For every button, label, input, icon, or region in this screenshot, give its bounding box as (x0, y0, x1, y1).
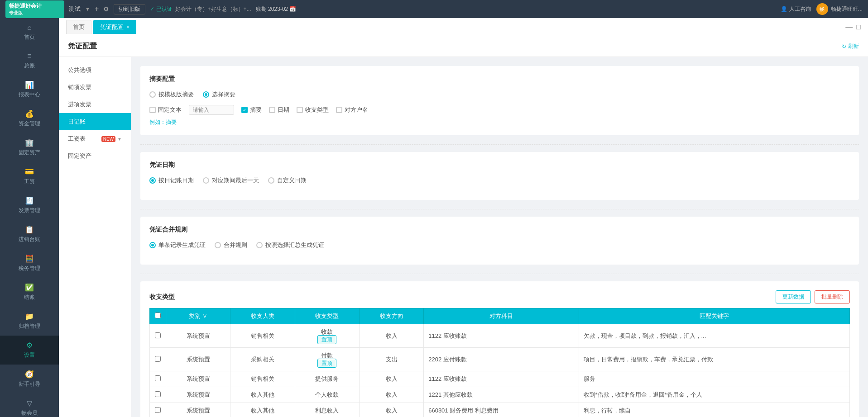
radio-circle-select (203, 91, 209, 98)
sidebar-item-label: 新手引导 (19, 380, 40, 388)
radio-journal-date[interactable]: 按日记账日期 (149, 176, 194, 185)
sidebar-item-tax[interactable]: 🧮 税务管理 (0, 249, 59, 278)
checkbox-box-date (269, 107, 275, 113)
sidebar-item-ledger[interactable]: ≡ 总账 (0, 47, 59, 75)
table-action-row: 更新数据 批量删除 (776, 290, 850, 303)
type-tag-btn[interactable]: 置顶 (317, 335, 336, 344)
row-checkbox-cell[interactable] (150, 371, 166, 387)
row-major-type: 收入其他 (230, 403, 295, 417)
checkbox-date[interactable]: 日期 (269, 106, 289, 114)
left-menu-item-payroll[interactable]: 工资表 NEW ▼ (59, 130, 131, 147)
sidebar-item-purchase[interactable]: 📋 进销台账 (0, 220, 59, 249)
radio-period-last[interactable]: 对应期间最后一天 (203, 176, 259, 185)
radio-select-total[interactable]: 按照选择汇总生成凭证 (256, 241, 324, 249)
radio-template[interactable]: 按模板版摘要 (149, 90, 194, 99)
row-checkbox[interactable] (155, 375, 161, 381)
dropdown-arrow-icon[interactable]: ▼ (85, 6, 90, 12)
row-category: 系统预置 (166, 387, 230, 403)
sidebar-item-label: 报表中心 (19, 91, 40, 99)
add-icon[interactable]: + (95, 5, 99, 13)
row-major-type: 销售相关 (230, 324, 295, 348)
sidebar-item-label: 畅会员 (21, 409, 38, 417)
new-badge: NEW (101, 136, 115, 142)
switch-version-button[interactable]: 切到旧版 (114, 4, 145, 14)
row-checkbox-cell[interactable] (150, 348, 166, 371)
row-keywords: 服务 (579, 371, 850, 387)
page-title: 凭证配置 (68, 42, 97, 51)
sidebar-item-checkout[interactable]: ✅ 结账 (0, 278, 59, 307)
income-section-title: 收支类型 (149, 293, 175, 301)
row-keywords: 项目，日常费用，报销款，车费，承兑汇票，付款 (579, 348, 850, 371)
row-direction: 收入 (359, 324, 423, 348)
row-checkbox-cell[interactable] (150, 324, 166, 348)
left-menu-item-public[interactable]: 公共选项 (59, 62, 131, 79)
maximize-button[interactable]: □ (856, 23, 861, 31)
row-income-type: 收款 置顶 (295, 324, 359, 348)
sidebar-item-fund[interactable]: 💰 资金管理 (0, 104, 59, 133)
row-major-type: 收入其他 (230, 387, 295, 403)
row-major-type: 采购相关 (230, 348, 295, 371)
summary-section-title: 摘要配置 (149, 75, 850, 83)
checkbox-fixed-text[interactable]: 固定文本 (149, 106, 182, 114)
row-income-type: 付款 置顶 (295, 348, 359, 371)
row-checkbox[interactable] (155, 407, 161, 413)
checkbox-party[interactable]: 对方户名 (336, 106, 368, 114)
batch-delete-button[interactable]: 批量删除 (815, 290, 850, 303)
th-checkbox[interactable] (150, 308, 166, 324)
row-checkbox[interactable] (155, 332, 161, 338)
tab-voucher-config[interactable]: 凭证配置 × (93, 20, 136, 34)
row-account: 1122 应收账款 (424, 371, 579, 387)
radio-single[interactable]: 单条记录生成凭证 (149, 241, 206, 249)
row-checkbox[interactable] (155, 356, 161, 362)
row-checkbox[interactable] (155, 391, 161, 397)
main-content: 摘要配置 按模板版摘要 选择摘要 (131, 57, 868, 417)
row-checkbox-cell[interactable] (150, 387, 166, 403)
consult-button[interactable]: 👤 人工咨询 (781, 5, 811, 13)
tax-icon: 🧮 (25, 254, 34, 263)
purchase-icon: 📋 (25, 225, 34, 234)
type-tag-btn[interactable]: 置顶 (317, 359, 336, 368)
sidebar-item-report[interactable]: 📊 报表中心 (0, 75, 59, 104)
minimize-button[interactable]: — (845, 23, 853, 31)
income-type-text: 利息收入 (315, 407, 339, 414)
fixed-asset-icon: 🏢 (25, 138, 34, 147)
sidebar-item-label: 首页 (24, 33, 35, 41)
update-data-button[interactable]: 更新数据 (776, 290, 811, 303)
gear-icon[interactable]: ⚙ (103, 5, 109, 13)
sidebar-item-invoice[interactable]: 🧾 发票管理 (0, 191, 59, 220)
left-menu-item-sales-invoice[interactable]: 销项发票 (59, 79, 131, 96)
close-tab-icon[interactable]: × (126, 24, 129, 30)
sidebar-item-guide[interactable]: 🧭 新手引导 (0, 365, 59, 393)
archive-icon: 📁 (25, 312, 34, 321)
refresh-button[interactable]: ↻ 刷新 (842, 43, 859, 50)
radio-merge[interactable]: 合并规则 (215, 241, 247, 249)
radio-select[interactable]: 选择摘要 (203, 90, 235, 99)
tab-home[interactable]: 首页 (66, 20, 91, 34)
sidebar-item-salary[interactable]: 💳 工资 (0, 162, 59, 191)
table-row: 系统预置 销售相关 收款 置顶 收入 1122 应收账款 欠款，现金，项目款，到… (150, 324, 850, 348)
sidebar-item-settings[interactable]: ⚙ 设置 (0, 336, 59, 365)
th-direction: 收支方向 (359, 308, 423, 324)
checkbox-type[interactable]: 收支类型 (297, 106, 329, 114)
left-menu-item-purchase-invoice[interactable]: 进项发票 (59, 96, 131, 113)
topbar-badges: ✓ 已认证 好会计（专）+好生意（标）+... (150, 5, 251, 13)
sidebar-item-label: 总账 (24, 62, 35, 70)
left-menu-item-journal[interactable]: 日记账 (59, 113, 131, 130)
checkbox-summary[interactable]: ✓ 摘要 (241, 106, 262, 114)
left-menu-item-fixed-assets[interactable]: 固定资产 (59, 147, 131, 165)
inner-layout: 公共选项 销项发票 进项发票 日记账 工资表 NEW ▼ (59, 57, 868, 417)
income-section: 收支类型 更新数据 批量删除 类别 ∨ 收支大类 收支类型 (140, 281, 859, 417)
sidebar-item-member[interactable]: ▽ 畅会员 (0, 393, 59, 417)
radio-custom-date[interactable]: 自定义日期 (268, 176, 307, 185)
sidebar-item-home[interactable]: ⌂ 首页 (0, 18, 59, 47)
sidebar-item-fixed-asset[interactable]: 🏢 固定资产 (0, 133, 59, 162)
select-all-checkbox[interactable] (155, 313, 161, 318)
fund-icon: 💰 (25, 109, 34, 118)
row-keywords: 利息，行转，续自 (579, 403, 850, 417)
row-income-type: 利息收入 (295, 403, 359, 417)
fixed-text-input[interactable] (189, 105, 234, 115)
sidebar-item-label: 归档管理 (19, 322, 40, 330)
sidebar-item-archive[interactable]: 📁 归档管理 (0, 307, 59, 336)
th-income-type: 收支类型 (295, 308, 359, 324)
row-checkbox-cell[interactable] (150, 403, 166, 417)
